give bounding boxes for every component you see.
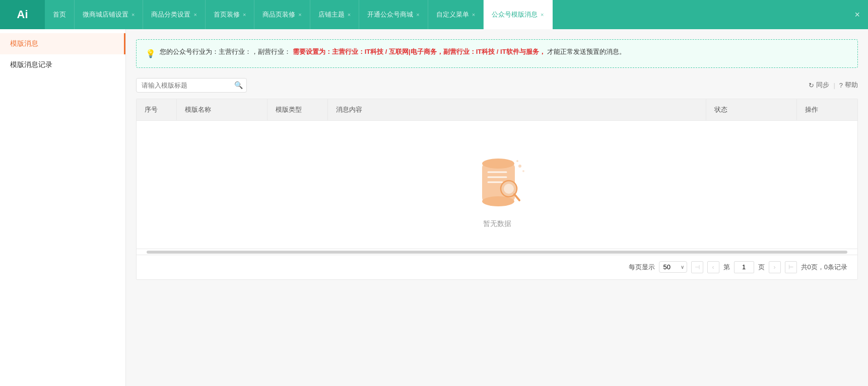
sync-button[interactable]: ↻ 同步: [809, 81, 829, 90]
empty-text: 暂无数据: [483, 219, 511, 228]
nav-tab-product-decor[interactable]: 商品页装修×: [254, 0, 310, 29]
sidebar: 模版消息模版消息记录: [0, 29, 126, 386]
search-input-wrap: 🔍: [136, 78, 247, 93]
content-area: 💡 您的公众号行业为：主营行业：，副营行业： 需要设置为：主营行业：IT科技 /…: [126, 29, 868, 386]
sidebar-item-template-msg[interactable]: 模版消息: [0, 33, 125, 54]
notice-highlight: 需要设置为：主营行业：IT科技 / 互联网|电子商务，副营行业：IT科技 / I…: [293, 48, 546, 55]
close-all-button[interactable]: ×: [846, 10, 868, 20]
nav-tab-close-open-mall[interactable]: ×: [416, 12, 419, 18]
notice-icon: 💡: [146, 47, 156, 60]
svg-point-10: [518, 165, 521, 168]
empty-state: 暂无数据: [137, 121, 857, 249]
th-index: 序号: [137, 99, 177, 120]
divider: |: [833, 82, 835, 89]
scrollbar-area[interactable]: [137, 249, 857, 255]
help-icon: ?: [839, 82, 843, 89]
page-input[interactable]: [734, 261, 754, 273]
nav-tab-open-mall[interactable]: 开通公众号商城×: [359, 0, 428, 29]
page-label-after: 页: [758, 263, 765, 272]
pagination: 每页显示 50 20 100 ⊣ ‹ 第 页 › ⊢ 共0页，0条记录: [137, 255, 857, 279]
page-size-select[interactable]: 50 20 100: [659, 261, 687, 273]
nav-tab-shop-theme[interactable]: 店铺主题×: [310, 0, 359, 29]
svg-point-12: [516, 160, 518, 162]
nav-tab-shop-setting[interactable]: 微商城店铺设置×: [75, 0, 143, 29]
svg-point-3: [482, 196, 514, 206]
th-content: 消息内容: [328, 99, 706, 120]
help-button[interactable]: ? 帮助: [839, 81, 858, 90]
sync-label: 同步: [816, 81, 829, 90]
next-page-button[interactable]: ›: [769, 261, 781, 273]
svg-point-2: [482, 159, 514, 169]
help-label: 帮助: [845, 81, 858, 90]
nav-tab-close-shop-theme[interactable]: ×: [348, 12, 351, 18]
nav-tab-template-msg[interactable]: 公众号模版消息×: [484, 0, 552, 29]
nav-tab-close-home-decor[interactable]: ×: [243, 12, 246, 18]
search-input[interactable]: [136, 78, 247, 93]
nav-tab-home[interactable]: 首页: [45, 0, 75, 29]
search-left: 🔍: [136, 78, 247, 93]
nav-tabs: 首页微商城店铺设置×商品分类设置×首页装修×商品页装修×店铺主题×开通公众号商城…: [45, 0, 846, 29]
nav-tab-custom-menu[interactable]: 自定义菜单×: [428, 0, 484, 29]
svg-point-11: [522, 170, 524, 172]
nav-tab-home-decor[interactable]: 首页装修×: [206, 0, 254, 29]
notice-text-before: 您的公众号行业为：主营行业：，副营行业：: [160, 48, 291, 55]
last-page-button[interactable]: ⊢: [785, 261, 797, 273]
prev-page-button[interactable]: ‹: [707, 261, 719, 273]
svg-point-8: [504, 184, 514, 194]
per-page-label: 每页显示: [629, 263, 655, 272]
nav-tab-close-template-msg[interactable]: ×: [541, 12, 544, 18]
total-info: 共0页，0条记录: [801, 263, 847, 272]
page-size-wrap: 50 20 100: [659, 261, 687, 273]
th-action: 操作: [797, 99, 857, 120]
logo-text: Ai: [17, 8, 28, 21]
search-right: ↻ 同步 | ? 帮助: [809, 81, 858, 90]
nav-tab-close-shop-setting[interactable]: ×: [131, 12, 135, 18]
svg-line-9: [514, 194, 519, 200]
notice-text-after: 才能正常发送预置的消息。: [547, 48, 626, 55]
th-name: 模版名称: [177, 99, 268, 120]
main-layout: 模版消息模版消息记录 💡 您的公众号行业为：主营行业：，副营行业： 需要设置为：…: [0, 29, 868, 386]
page-label-before: 第: [723, 263, 730, 272]
logo: Ai: [0, 0, 45, 29]
sync-icon: ↻: [809, 82, 814, 89]
empty-icon: [467, 151, 527, 211]
table-header: 序号模版名称模版类型消息内容状态操作: [137, 99, 857, 121]
th-status: 状态: [706, 99, 797, 120]
notice-box: 💡 您的公众号行业为：主营行业：，副营行业： 需要设置为：主营行业：IT科技 /…: [136, 39, 858, 68]
nav-tab-category-setting[interactable]: 商品分类设置×: [143, 0, 205, 29]
scrollbar-track: [147, 251, 847, 254]
first-page-button[interactable]: ⊣: [691, 261, 703, 273]
th-type: 模版类型: [268, 99, 328, 120]
search-button[interactable]: 🔍: [234, 81, 243, 89]
nav-tab-close-product-decor[interactable]: ×: [298, 12, 301, 18]
top-nav: Ai 首页微商城店铺设置×商品分类设置×首页装修×商品页装修×店铺主题×开通公众…: [0, 0, 868, 29]
notice-text: 您的公众号行业为：主营行业：，副营行业： 需要设置为：主营行业：IT科技 / 互…: [160, 47, 626, 57]
search-bar: 🔍 ↻ 同步 | ? 帮助: [136, 78, 858, 93]
sidebar-item-template-record[interactable]: 模版消息记录: [0, 54, 125, 75]
table: 序号模版名称模版类型消息内容状态操作: [136, 99, 858, 280]
nav-tab-close-custom-menu[interactable]: ×: [472, 12, 475, 18]
nav-tab-close-category-setting[interactable]: ×: [193, 12, 196, 18]
